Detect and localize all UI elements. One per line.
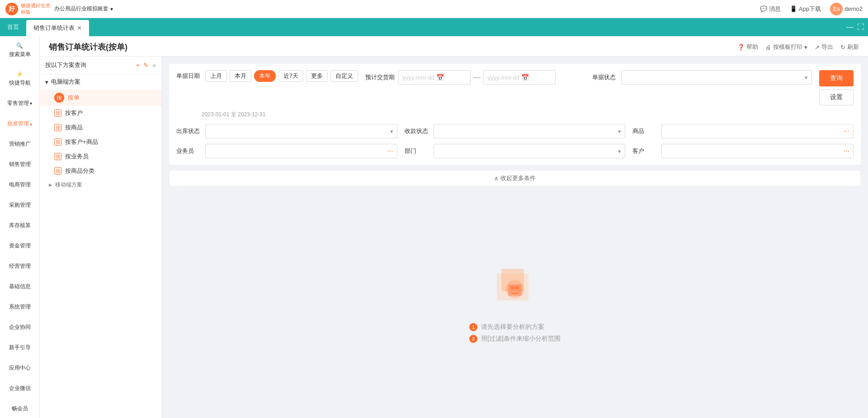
maximize-icon[interactable]: ⛶ [857,23,864,31]
main-layout: 🔍 搜索菜单 ⚡ 快捷导航 零售管理 ▾ 批发管理 ▴ 营销推广 销售管理 电商… [0,36,868,418]
add-scheme-button[interactable]: + [136,62,140,69]
payment-status-label: 收款状态 [405,127,430,135]
goods-input[interactable]: ··· [661,124,854,138]
print-button[interactable]: 🖨 按模板打印 ▾ [765,43,807,51]
scheme-badge: 按 [54,93,64,103]
date-btn-this-year[interactable]: 本年 [254,70,276,82]
customer-dots[interactable]: ··· [844,147,849,155]
minimize-icon[interactable]: — [846,23,854,31]
date-btn-7days[interactable]: 近7天 [278,70,303,82]
sidebar-item-enterprise[interactable]: 企业协同 [0,317,39,337]
scheme-icon-customer: 按 [54,109,61,117]
expected-end-input[interactable]: yyyy-mm-dd 📅 [483,70,556,85]
customer-input[interactable]: ··· [661,144,854,158]
scheme-item-by-order[interactable]: 按 按单 [40,90,161,106]
sidebar-item-operations[interactable]: 经营管理 [0,256,39,276]
collapse-panel-button[interactable]: « [152,62,156,69]
date-btn-this-month[interactable]: 本月 [230,70,251,82]
print-icon: 🖨 [765,44,771,51]
date-filter-group: 上月 本月 本年 近7天 更多 自定义 [205,70,358,82]
left-panel-icons: + ✎ « [136,62,156,69]
department-select[interactable]: ▾ [434,144,626,158]
right-panel: 单据日期 上月 本月 本年 近7天 更多 自定义 预计交货期 [162,57,868,418]
company-select[interactable]: 办公用品行业模拟账套 ▾ [54,5,113,13]
mobile-scheme-group[interactable]: ▶ 移动端方案 [40,178,161,191]
scheme-item-by-salesman[interactable]: 按 按业务员 [40,149,161,164]
scheme-item-by-category[interactable]: 按 按商品分类 [40,164,161,178]
customer-label: 客户 [632,147,658,155]
salesman-dots[interactable]: ··· [387,147,393,155]
sidebar-item-wechat[interactable]: 企业微信 [0,378,39,399]
sidebar-item-member[interactable]: 畅会员 [0,399,39,418]
help-button[interactable]: ❓ 帮助 [737,43,758,51]
scheme-item-by-goods[interactable]: 按 按商品 [40,120,161,135]
sidebar-item-newbie[interactable]: 新手引导 [0,337,39,358]
sidebar-item-search[interactable]: 🔍 搜索菜单 [0,36,39,65]
page-title: 销售订单统计表(按单) [49,42,127,52]
status-chevron-icon: ▾ [805,74,808,81]
empty-tip-1: 1 请先选择要分析的方案 [469,323,561,331]
export-button[interactable]: ↗ 导出 [815,43,833,51]
calendar-end-icon: 📅 [521,74,529,81]
delivery-status-label: 出库状态 [176,127,202,135]
shortcut-icon: ⚡ [16,71,23,77]
edit-scheme-button[interactable]: ✎ [143,62,149,69]
payment-chevron-icon: ▾ [618,128,621,135]
scheme-section: ▾ 电脑端方案 按 按单 按 按客户 按 按商品 [40,74,161,191]
sidebar-item-system[interactable]: 系统管理 [0,297,39,317]
sidebar-item-shortcut[interactable]: ⚡ 快捷导航 [0,65,39,93]
tab-home[interactable]: 首页 [0,18,26,36]
status-select[interactable]: ▾ [621,70,812,85]
refresh-button[interactable]: ↻ 刷新 [840,43,859,51]
logo-area: 好 畅捷通好生意 标版 [5,3,51,15]
message-icon: 💬 [760,5,767,12]
date-btn-custom[interactable]: 自定义 [330,70,358,82]
sidebar-item-purchase[interactable]: 采购管理 [0,195,39,215]
tab-sales-stat[interactable]: 销售订单统计表 ✕ [26,20,89,36]
empty-tip-2: 2 用[过滤]条件来缩小分析范围 [469,335,561,343]
sidebar-item-ecommerce[interactable]: 电商管理 [0,175,39,195]
empty-tips: 1 请先选择要分析的方案 2 用[过滤]条件来缩小分析范围 [469,323,561,343]
sidebar-item-appstore[interactable]: 应用中心 [0,358,39,378]
goods-label: 商品 [632,127,658,135]
date-btn-last-month[interactable]: 上月 [205,70,227,82]
setting-button[interactable]: 设置 [819,89,854,105]
salesman-input[interactable]: ··· [205,144,397,158]
print-chevron-icon: ▾ [804,44,807,51]
page-header: 销售订单统计表(按单) ❓ 帮助 🖨 按模板打印 ▾ ↗ 导出 ↻ 刷新 [40,36,868,57]
payment-status-select[interactable]: ▾ [434,124,626,138]
sidebar-item-marketing[interactable]: 营销推广 [0,134,39,154]
department-label: 部门 [405,147,430,155]
sidebar: 🔍 搜索菜单 ⚡ 快捷导航 零售管理 ▾ 批发管理 ▴ 营销推广 销售管理 电商… [0,36,40,418]
sidebar-item-sales[interactable]: 销售管理 [0,154,39,175]
app-download-button[interactable]: 📱 App下载 [790,5,821,13]
sidebar-item-retail[interactable]: 零售管理 ▾ [0,93,39,114]
calendar-start-icon: 📅 [436,74,444,81]
message-button[interactable]: 💬 消息 [760,5,781,13]
date-btn-more[interactable]: 更多 [306,70,328,82]
user-menu[interactable]: Ea demo2 [830,3,863,15]
goods-dots[interactable]: ··· [844,127,849,135]
sidebar-item-wholesale[interactable]: 批发管理 ▴ [0,114,39,134]
svg-rect-3 [508,285,522,296]
expected-start-input[interactable]: yyyy-mm-dd 📅 [398,70,471,85]
collapse-icon: ∧ [494,175,499,182]
left-panel: 按以下方案查询 + ✎ « ▾ 电脑端方案 按 按单 [40,57,162,418]
delivery-status-select[interactable]: ▾ [205,124,397,138]
sidebar-item-inventory[interactable]: 库存核算 [0,215,39,236]
scheme-item-by-customer-goods[interactable]: 按 按客户+商品 [40,135,161,149]
date-range-display: 2023-01-01 至 2023-12-31 [202,111,265,119]
collapse-bar[interactable]: ∧ 收起更多条件 [169,170,861,186]
desktop-scheme-group[interactable]: ▾ 电脑端方案 [40,74,161,90]
date-separator: — [473,73,481,81]
query-button[interactable]: 查询 [819,70,854,86]
tip-num-1: 1 [469,323,477,331]
scheme-icon-category: 按 [54,167,61,175]
sidebar-item-basic[interactable]: 基础信息 [0,276,39,297]
delivery-chevron-icon: ▾ [390,128,393,135]
sidebar-item-finance[interactable]: 资金管理 [0,236,39,256]
tabbar-actions: — ⛶ [846,23,868,31]
scheme-item-by-customer[interactable]: 按 按客户 [40,106,161,120]
status-label: 单据状态 [592,73,618,81]
close-icon[interactable]: ✕ [77,25,82,31]
